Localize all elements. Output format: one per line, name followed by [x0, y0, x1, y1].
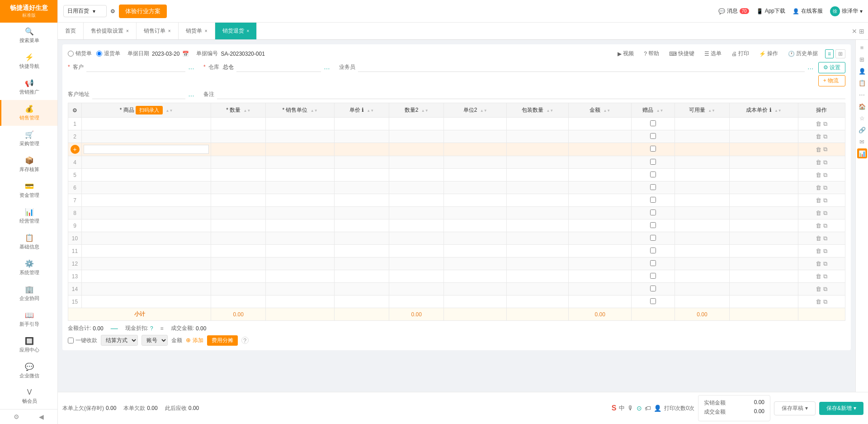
daily-select[interactable]: 日用百货 ▾	[63, 5, 107, 17]
amount-sort-icon[interactable]: ▲▼	[603, 109, 610, 113]
gift-checkbox[interactable]	[650, 298, 656, 304]
gift-checkbox[interactable]	[650, 197, 656, 203]
row-pack-qty[interactable]	[507, 181, 569, 194]
gift-checkbox[interactable]	[650, 210, 656, 215]
row-qty2[interactable]	[389, 143, 443, 156]
tab-sales-return-close[interactable]: ×	[247, 29, 250, 33]
operation-btn[interactable]: ⚡ 操作	[756, 49, 781, 58]
row-product[interactable]	[82, 283, 211, 295]
copy-row-btn[interactable]: ⧉	[823, 298, 827, 305]
person-icon[interactable]: 👤	[654, 405, 661, 412]
row-pack-qty[interactable]	[507, 169, 569, 181]
price-sort-icon[interactable]: ▲▼	[367, 109, 374, 113]
user-menu[interactable]: 徐 徐泽华 ▾	[830, 6, 863, 16]
row-unit2[interactable]	[444, 156, 507, 169]
row-pack-qty[interactable]	[507, 156, 569, 169]
row-unit[interactable]	[266, 295, 334, 308]
row-product[interactable]	[82, 245, 211, 257]
row-unit[interactable]	[266, 181, 334, 194]
s-icon[interactable]: S	[612, 404, 617, 412]
row-unit2[interactable]	[444, 270, 507, 283]
tab-sales-order[interactable]: 销售订单 ×	[137, 23, 179, 39]
row-unit2[interactable]	[444, 194, 507, 207]
radio-delivery[interactable]: 销货单	[68, 50, 92, 57]
delete-row-btn[interactable]: 🗑	[816, 159, 821, 166]
row-pack-qty[interactable]	[507, 295, 569, 308]
salesperson-input[interactable]	[358, 62, 805, 72]
gift-checkbox[interactable]	[650, 184, 656, 190]
unit-sort-icon[interactable]: ▲▼	[311, 109, 318, 113]
copy-row-btn[interactable]: ⧉	[823, 184, 827, 191]
row-unit2[interactable]	[444, 169, 507, 181]
warehouse-input[interactable]	[236, 62, 321, 72]
row-qty[interactable]	[211, 181, 266, 194]
row-unit[interactable]	[266, 270, 334, 283]
collapse-btn[interactable]: ◀	[39, 413, 44, 420]
copy-row-btn[interactable]: ⧉	[823, 286, 827, 293]
gift-checkbox[interactable]	[650, 273, 656, 279]
qty-sort-icon[interactable]: ▲▼	[244, 109, 251, 113]
product-input[interactable]	[84, 145, 209, 154]
gift-checkbox[interactable]	[650, 260, 656, 266]
tab-price-setup-close[interactable]: ×	[126, 29, 129, 33]
tab-sales-delivery[interactable]: 销货单 ×	[179, 23, 215, 39]
delete-row-btn[interactable]: 🗑	[816, 197, 821, 204]
gift-checkbox[interactable]	[650, 120, 656, 126]
row-pack-qty[interactable]	[507, 232, 569, 245]
tab-sales-delivery-close[interactable]: ×	[205, 29, 208, 33]
address-input[interactable]	[92, 89, 185, 99]
row-pack-qty[interactable]	[507, 130, 569, 143]
row-unit2[interactable]	[444, 207, 507, 219]
row-amount[interactable]	[569, 207, 632, 219]
row-product[interactable]	[82, 169, 211, 181]
row-qty2[interactable]	[389, 245, 443, 257]
copy-row-btn[interactable]: ⧉	[823, 273, 827, 280]
row-price[interactable]	[334, 207, 389, 219]
radio-return-input[interactable]	[96, 51, 102, 57]
note-input[interactable]	[217, 89, 845, 99]
row-price[interactable]	[334, 181, 389, 194]
gift-checkbox[interactable]	[650, 172, 656, 177]
salesperson-more-btn[interactable]: …	[807, 63, 814, 71]
radio-return[interactable]: 退货单	[96, 50, 120, 57]
gift-checkbox[interactable]	[650, 286, 656, 291]
delete-row-btn[interactable]: 🗑	[816, 133, 821, 140]
settings-bottom-btn[interactable]: ⚙	[14, 413, 19, 420]
gift-checkbox[interactable]	[650, 159, 656, 165]
expense-split-btn[interactable]: 费用分摊	[207, 335, 238, 346]
delete-row-btn[interactable]: 🗑	[816, 298, 821, 305]
right-icon-star[interactable]: ☆	[857, 113, 867, 123]
tab-home[interactable]: 首页	[58, 23, 84, 39]
row-unit[interactable]	[266, 169, 334, 181]
tab-close-all-btn[interactable]: ✕	[852, 28, 857, 35]
right-icon-contact[interactable]: 👤	[857, 66, 867, 76]
row-unit2[interactable]	[444, 232, 507, 245]
sidebar-item-inventory[interactable]: 📦 库存核算	[0, 152, 57, 177]
one-click-checkbox[interactable]	[68, 338, 74, 343]
row-gift[interactable]	[632, 130, 675, 143]
row-pack-qty[interactable]	[507, 245, 569, 257]
copy-row-btn[interactable]: ⧉	[823, 248, 827, 255]
row-price[interactable]	[334, 219, 389, 232]
row-product[interactable]	[82, 194, 211, 207]
row-pack-qty[interactable]	[507, 207, 569, 219]
row-qty[interactable]	[211, 130, 266, 143]
row-amount[interactable]	[569, 245, 632, 257]
row-price[interactable]	[334, 257, 389, 270]
row-pack-qty[interactable]	[507, 219, 569, 232]
delete-row-btn[interactable]: 🗑	[816, 146, 821, 153]
row-gift[interactable]	[632, 169, 675, 181]
right-icon-report[interactable]: 📊	[857, 148, 867, 158]
row-qty[interactable]	[211, 169, 266, 181]
row-unit2[interactable]	[444, 257, 507, 270]
gift-checkbox[interactable]	[650, 248, 656, 253]
row-product[interactable]	[82, 219, 211, 232]
payment-help-icon[interactable]: ?	[241, 337, 249, 344]
row-gift[interactable]	[632, 283, 675, 295]
scan-input-btn[interactable]: 扫码录入	[136, 106, 163, 114]
row-pack-qty[interactable]	[507, 257, 569, 270]
row-unit2[interactable]	[444, 283, 507, 295]
row-unit2[interactable]	[444, 295, 507, 308]
row-unit[interactable]	[266, 194, 334, 207]
row-pack-qty[interactable]	[507, 143, 569, 156]
